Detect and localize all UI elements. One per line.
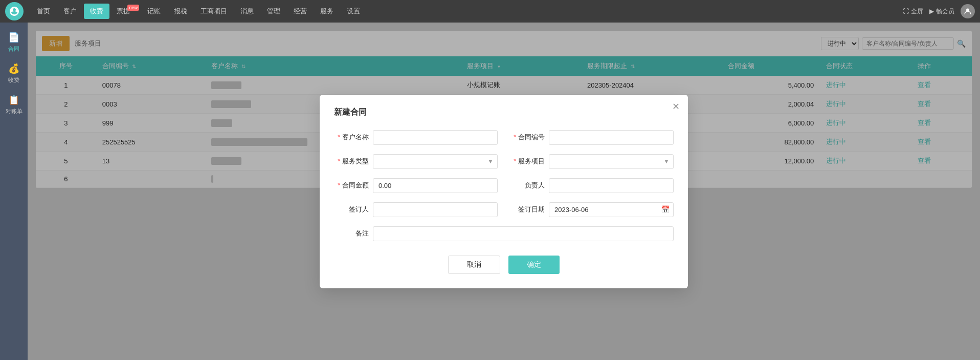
contract-no-label: 合同编号 [510,133,545,142]
nav-item-invoice[interactable]: 票据 new [110,4,140,19]
contract-icon: 📄 [8,32,19,43]
modal-close-button[interactable]: ✕ [672,102,680,111]
cancel-button[interactable]: 取消 [448,256,500,274]
new-contract-modal: ✕ 新建合同 客户名称 合同编号 服务类型 [320,95,688,288]
nav-item-service[interactable]: 服务 [314,4,340,19]
remark-input[interactable] [373,226,674,241]
nav-item-operation[interactable]: 经营 [287,4,313,19]
contract-no-row: 合同编号 [510,130,674,145]
play-icon: ▶ [929,8,934,15]
app-logo [5,2,24,20]
sidebar-item-statement[interactable]: 📋 对账单 [1,90,27,119]
modal-footer: 取消 确定 [334,256,674,274]
modal-form: 客户名称 合同编号 服务类型 ▼ [334,130,674,241]
member-button[interactable]: ▶ 畅会员 [929,7,954,16]
responsible-row: 负责人 [510,178,674,193]
nav-item-customer[interactable]: 客户 [57,4,83,19]
service-type-label: 服务类型 [334,157,369,166]
sign-date-row: 签订日期 📅 [510,202,674,217]
responsible-input[interactable] [549,178,674,193]
customer-name-input[interactable] [373,130,498,145]
service-item-label: 服务项目 [510,157,545,166]
statement-icon: 📋 [8,94,19,105]
remark-label: 备注 [334,229,369,238]
customer-name-label: 客户名称 [334,133,369,142]
modal-title: 新建合同 [334,107,674,118]
sidebar-item-contract[interactable]: 📄 合同 [1,28,27,57]
fullscreen-button[interactable]: ⛶ 全屏 [903,7,923,16]
responsible-label: 负责人 [510,181,545,190]
user-avatar[interactable] [961,4,975,18]
sign-date-label: 签订日期 [510,205,545,214]
fullscreen-icon: ⛶ [903,8,909,15]
contract-amount-row: 合同金额 [334,178,498,193]
signer-input[interactable] [373,202,498,217]
nav-item-billing[interactable]: 收费 [84,4,109,19]
contract-no-input[interactable] [549,130,674,145]
remark-row: 备注 [334,226,674,241]
service-item-row: 服务项目 ▼ [510,154,674,169]
service-item-select-wrap: ▼ [549,154,674,169]
sidebar-item-billing[interactable]: 💰 收费 [1,59,27,88]
contract-amount-input[interactable] [373,178,498,193]
modal-overlay: ✕ 新建合同 客户名称 合同编号 服务类型 [28,23,980,360]
new-badge: new [127,5,139,11]
sidebar: 📄 合同 💰 收费 📋 对账单 [0,23,28,360]
service-type-select-wrap: ▼ [373,154,498,169]
nav-menu: 首页 客户 收费 票据 new 记账 报税 工商项目 消息 管理 经营 服务 设… [31,4,903,19]
nav-item-home[interactable]: 首页 [31,4,56,19]
billing-icon: 💰 [8,63,19,74]
sign-date-input[interactable] [549,202,674,217]
customer-name-row: 客户名称 [334,130,498,145]
top-navigation: 首页 客户 收费 票据 new 记账 报税 工商项目 消息 管理 经营 服务 设… [0,0,980,23]
contract-amount-label: 合同金额 [334,181,369,190]
nav-right-area: ⛶ 全屏 ▶ 畅会员 [903,4,975,18]
service-type-row: 服务类型 ▼ [334,154,498,169]
content-area: 新增 服务项目 进行中 已完成 已终止 🔍 序号 合同编 [28,23,980,360]
sign-date-input-wrap: 📅 [549,202,674,217]
nav-item-bookkeeping[interactable]: 记账 [141,4,167,19]
nav-item-settings[interactable]: 设置 [341,4,366,19]
nav-item-manage[interactable]: 管理 [261,4,286,19]
service-item-select[interactable] [549,154,674,169]
confirm-button[interactable]: 确定 [508,256,560,274]
main-layout: 📄 合同 💰 收费 📋 对账单 新增 服务项目 进行中 已完成 已终止 [0,23,980,360]
nav-item-tax[interactable]: 报税 [168,4,193,19]
signer-label: 签订人 [334,205,369,214]
nav-item-message[interactable]: 消息 [234,4,260,19]
signer-row: 签订人 [334,202,498,217]
service-type-select[interactable] [373,154,498,169]
nav-item-business[interactable]: 工商项目 [194,4,233,19]
